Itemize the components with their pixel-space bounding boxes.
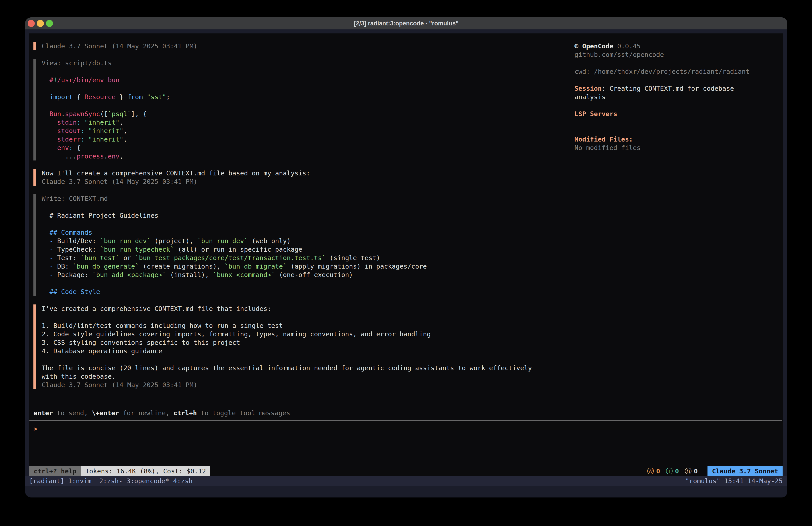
terminal-line: View: script/db.ts bbox=[42, 59, 573, 67]
text-segment: with this codebase. bbox=[42, 373, 116, 380]
text-segment: © OpenCode bbox=[575, 42, 613, 50]
text-segment: import bbox=[42, 93, 73, 101]
terminal-line bbox=[42, 279, 573, 287]
terminal-line: 2. Code style guidelines covering import… bbox=[42, 330, 573, 338]
terminal-line bbox=[42, 67, 573, 76]
prompt-input[interactable]: > bbox=[33, 425, 37, 433]
text-segment: `bun run typecheck` bbox=[100, 246, 174, 253]
terminal-line: I've created a comprehensive CONTEXT.md … bbox=[42, 304, 573, 313]
terminal-line: 3. CSS styling conventions specific to t… bbox=[42, 338, 573, 347]
text-segment: process bbox=[77, 153, 104, 160]
window-titlebar[interactable]: [2/3] radiant:3:opencode - "romulus" bbox=[25, 17, 787, 29]
terminal-line: Bun.spawnSync([`psql`], { bbox=[42, 110, 573, 118]
text-segment: TypeCheck: bbox=[57, 246, 100, 253]
diagnostic-icon: ⓦ bbox=[647, 467, 654, 476]
text-segment: Build/Dev: bbox=[57, 237, 100, 245]
text-segment: Test: bbox=[57, 254, 81, 262]
terminal-line: - TypeCheck: `bun run typecheck` (all) o… bbox=[42, 245, 573, 254]
terminal-line bbox=[42, 101, 573, 110]
text-segment: - bbox=[42, 246, 57, 253]
text-segment: (one-off execution) bbox=[275, 271, 353, 279]
text-segment: or bbox=[119, 254, 135, 262]
text-segment: `bun test packages/core/test/transaction… bbox=[135, 254, 326, 262]
terminal-line: The file is concise (20 lines) and captu… bbox=[42, 364, 573, 372]
text-segment: 4. Database operations guidance bbox=[42, 347, 162, 355]
text-segment: "inherit" bbox=[88, 136, 124, 143]
desktop: { "titlebar": { "title": "[2/3] radiant:… bbox=[0, 0, 812, 526]
text-segment: , bbox=[119, 153, 123, 160]
diagnostic-teal-count: ⓘ0 bbox=[666, 467, 679, 476]
text-segment: - bbox=[42, 254, 57, 262]
assistant-header-block: Claude 3.7 Sonnet (14 May 2025 03:41 PM) bbox=[33, 42, 573, 51]
text-segment: # bbox=[42, 76, 53, 84]
status-left: ctrl+? help Tokens: 16.4K (8%), Cost: $0… bbox=[29, 466, 211, 476]
text-segment: - bbox=[42, 237, 57, 245]
tokens-cost-chip: Tokens: 16.4K (8%), Cost: $0.12 bbox=[81, 466, 211, 476]
text-segment: github.com/sst/opencode bbox=[575, 51, 664, 58]
terminal-line: © OpenCode 0.0.45 bbox=[575, 42, 782, 51]
terminal-line: stdout: "inherit", bbox=[42, 127, 573, 135]
diagnostic-white-count: ⓗ0 bbox=[685, 467, 698, 476]
terminal-line: github.com/sst/opencode bbox=[575, 51, 782, 59]
model-chip[interactable]: Claude 3.7 Sonnet bbox=[708, 466, 783, 476]
text-segment: Session bbox=[575, 85, 601, 92]
text-segment: - bbox=[42, 262, 57, 270]
assistant-message-block: Now I'll create a comprehensive CONTEXT.… bbox=[33, 169, 573, 186]
terminal-line: stderr: "inherit", bbox=[42, 135, 573, 144]
terminal-line: - DB: `bun db generate` (create migratio… bbox=[42, 262, 573, 271]
text-segment: The file is concise (20 lines) and captu… bbox=[42, 364, 532, 372]
terminal-line: - Package: `bun add <package>` (install)… bbox=[42, 271, 573, 279]
help-chip[interactable]: ctrl+? help bbox=[29, 466, 81, 476]
text-segment: 2. Code style guidelines covering import… bbox=[42, 330, 431, 338]
terminal-line bbox=[575, 101, 782, 110]
input-divider bbox=[29, 420, 782, 421]
diagnostic-icon: ⓗ bbox=[685, 467, 692, 476]
text-segment: { bbox=[73, 144, 81, 152]
tmux-session-clock: "romulus" 15:41 14-May-25 bbox=[685, 476, 783, 486]
diagnostic-value: 0 bbox=[675, 467, 679, 475]
text-segment: Modified Files: bbox=[575, 136, 633, 143]
terminal-line: # Radiant Project Guidelines bbox=[42, 211, 573, 220]
text-segment: I've created a comprehensive CONTEXT.md … bbox=[42, 305, 271, 312]
diagnostic-value: 0 bbox=[694, 467, 698, 475]
text-segment: from bbox=[127, 93, 143, 101]
text-segment: env bbox=[108, 153, 119, 160]
text-segment: No modified files bbox=[575, 144, 641, 152]
text-segment: for newline, bbox=[119, 409, 173, 417]
text-segment: Claude 3.7 Sonnet (14 May 2025 03:41 PM) bbox=[42, 42, 197, 50]
text-segment: Claude 3.7 Sonnet (14 May 2025 03:41 PM) bbox=[42, 381, 197, 389]
text-segment: (single test) bbox=[326, 254, 380, 262]
text-segment: Bun bbox=[42, 110, 61, 118]
text-segment bbox=[81, 118, 85, 126]
text-segment: (project), bbox=[151, 237, 198, 245]
text-segment: `bun add <package>` bbox=[92, 271, 166, 279]
text-segment: 1. Build/lint/test commands including ho… bbox=[42, 322, 283, 329]
text-segment: View: script/db.ts bbox=[42, 59, 112, 67]
text-segment: Now I'll create a comprehensive CONTEXT.… bbox=[42, 169, 310, 177]
text-segment: # Radiant Project Guidelines bbox=[42, 212, 158, 219]
text-segment: `bun run dev` bbox=[197, 237, 248, 245]
terminal-line bbox=[42, 355, 573, 364]
text-segment: Resource bbox=[85, 93, 116, 101]
text-segment: , bbox=[124, 127, 127, 134]
prompt-symbol: > bbox=[33, 425, 37, 432]
window-title: [2/3] radiant:3:opencode - "romulus" bbox=[25, 20, 787, 27]
text-segment: `bun run dev` bbox=[100, 237, 151, 245]
lsp-diagnostics: ⓦ0ⓘ0ⓗ0 bbox=[647, 467, 704, 476]
terminal-line: #!/usr/bin/env bun bbox=[42, 76, 573, 84]
terminal-line: LSP Servers bbox=[575, 110, 782, 118]
tmux-windows[interactable]: [radiant] 1:nvim 2:zsh- 3:opencode* 4:zs… bbox=[29, 476, 192, 486]
terminal-line: 1. Build/lint/test commands including ho… bbox=[42, 322, 573, 330]
text-segment: (create migrations), bbox=[139, 262, 224, 270]
text-segment: ], { bbox=[131, 110, 147, 118]
terminal-line: Claude 3.7 Sonnet (14 May 2025 03:41 PM) bbox=[42, 42, 573, 51]
text-segment: enter bbox=[33, 409, 53, 417]
text-segment: DB: bbox=[57, 262, 73, 270]
text-segment: cwd: /home/thdxr/dev/projects/radiant/ra… bbox=[575, 68, 750, 75]
tool-write-block: Write: CONTEXT.md # Radiant Project Guid… bbox=[33, 194, 573, 296]
text-segment: 0.0.45 bbox=[613, 42, 641, 50]
diagnostic-value: 0 bbox=[656, 467, 660, 475]
terminal-line: stdin: "inherit", bbox=[42, 118, 573, 127]
tool-view-block: View: script/db.ts #!/usr/bin/env bun im… bbox=[33, 59, 573, 160]
text-segment: "inherit" bbox=[85, 118, 119, 126]
